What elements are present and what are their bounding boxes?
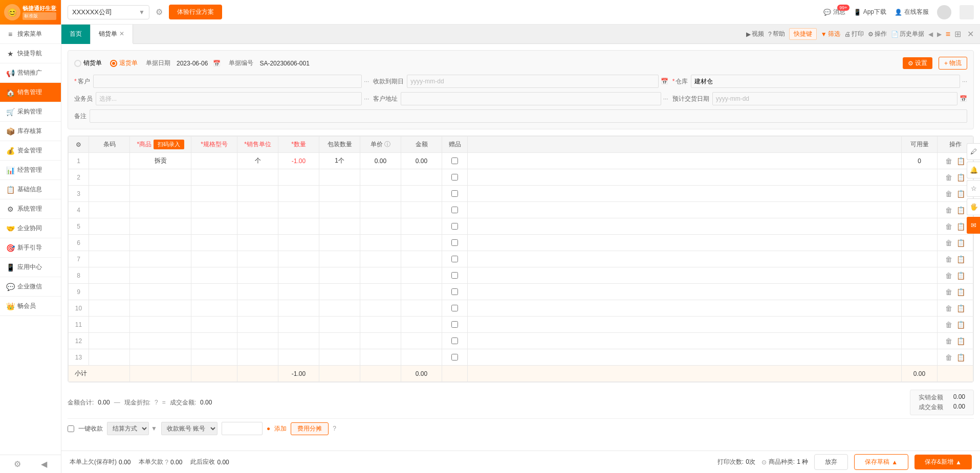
row-unit[interactable] (237, 317, 278, 333)
row-pkgqty[interactable] (319, 267, 360, 284)
row-unit[interactable] (237, 202, 278, 218)
row-barcode[interactable] (89, 267, 130, 284)
online-service-btn[interactable]: 👤 在线客服 (895, 8, 929, 16)
delete-icon[interactable]: 🗑 (945, 206, 952, 214)
row-gift[interactable] (442, 169, 468, 186)
draft-btn[interactable]: 保存草稿 ▲ (854, 454, 908, 470)
row-pkgqty[interactable] (319, 251, 360, 267)
row-barcode[interactable] (89, 218, 130, 235)
row-barcode[interactable] (89, 153, 130, 169)
toolbar-operation[interactable]: ⚙ 操作 (868, 30, 887, 38)
row-amount[interactable] (401, 169, 442, 186)
delete-icon[interactable]: 🗑 (945, 222, 952, 231)
row-amount[interactable] (401, 349, 442, 366)
row-product[interactable] (130, 235, 191, 251)
flow-btn-top[interactable]: + 物流 (939, 57, 967, 70)
delete-icon[interactable]: 🗑 (945, 173, 952, 182)
row-qty[interactable] (278, 317, 319, 333)
th-settings[interactable]: ⚙ (69, 137, 89, 153)
row-product[interactable] (130, 300, 191, 317)
row-product[interactable] (130, 202, 191, 218)
collection-date-calendar-icon[interactable]: 📅 (661, 78, 668, 85)
row-spec[interactable] (191, 202, 237, 218)
copy-icon[interactable]: 📋 (956, 288, 965, 296)
row-qty[interactable] (278, 169, 319, 186)
company-selector[interactable]: XXXXXX公司 ▼ (68, 5, 149, 19)
row-pkgqty[interactable] (319, 349, 360, 366)
delete-icon[interactable]: 🗑 (945, 190, 952, 198)
save-new-btn[interactable]: 保存&新增 ▲ (914, 455, 972, 469)
sidebar-item-quick-nav[interactable]: ★快捷导航 (0, 44, 61, 63)
copy-icon[interactable]: 📋 (956, 173, 965, 182)
row-unit[interactable] (237, 284, 278, 300)
row-price[interactable] (360, 317, 401, 333)
delete-icon[interactable]: 🗑 (945, 255, 952, 263)
row-price[interactable] (360, 218, 401, 235)
row-gift[interactable] (442, 349, 468, 366)
row-spec[interactable] (191, 235, 237, 251)
row-barcode[interactable] (89, 169, 130, 186)
toolbar-shortcut[interactable]: 快捷键 (789, 28, 817, 40)
radio-return-order[interactable]: 退货单 (110, 59, 138, 67)
row-amount[interactable] (401, 186, 442, 202)
row-amount[interactable] (401, 300, 442, 317)
gift-checkbox[interactable] (451, 207, 458, 213)
row-product[interactable] (130, 333, 191, 349)
sidebar-settings-icon[interactable]: ⚙ (14, 459, 21, 469)
salesperson-input[interactable]: 选择... (96, 92, 362, 105)
gift-checkbox[interactable] (451, 288, 458, 295)
copy-icon[interactable]: 📋 (956, 222, 965, 231)
row-pkgqty[interactable] (319, 202, 360, 218)
row-product[interactable] (130, 267, 191, 284)
row-gift[interactable] (442, 251, 468, 267)
gift-checkbox[interactable] (451, 337, 458, 344)
experience-btn[interactable]: 体验行业方案 (169, 5, 222, 19)
copy-icon[interactable]: 📋 (956, 337, 965, 345)
toolbar-video[interactable]: ▶ 视频 (746, 30, 764, 38)
sidebar-item-enterprise[interactable]: 🤝企业协同 (0, 219, 61, 238)
row-product[interactable] (130, 284, 191, 300)
user-avatar[interactable] (937, 5, 951, 19)
user-menu-btn[interactable] (960, 5, 974, 19)
row-unit[interactable] (237, 186, 278, 202)
row-qty[interactable] (278, 235, 319, 251)
sidebar-item-basic-info[interactable]: 📋基础信息 (0, 180, 61, 199)
row-pkgqty[interactable] (319, 317, 360, 333)
row-price[interactable] (360, 169, 401, 186)
row-amount[interactable] (401, 202, 442, 218)
add-label[interactable]: 添加 (274, 424, 287, 433)
row-pkgqty[interactable] (319, 186, 360, 202)
sidebar-item-inventory[interactable]: 📦库存核算 (0, 122, 61, 141)
row-gift[interactable] (442, 300, 468, 317)
row-spec[interactable] (191, 267, 237, 284)
row-price[interactable] (360, 300, 401, 317)
row-price[interactable] (360, 267, 401, 284)
row-product[interactable] (130, 218, 191, 235)
gift-checkbox[interactable] (451, 190, 458, 197)
sidebar-item-capital[interactable]: 💰资金管理 (0, 141, 61, 161)
gift-checkbox[interactable] (451, 239, 458, 246)
row-qty[interactable] (278, 202, 319, 218)
app-download-btn[interactable]: 📱 App下载 (854, 8, 886, 16)
payment-account-select[interactable]: 收款账号 账号 (161, 422, 217, 435)
expense-btn[interactable]: 费用分摊 (291, 422, 329, 435)
row-qty[interactable] (278, 333, 319, 349)
gift-checkbox[interactable] (451, 305, 458, 311)
collection-date-input[interactable]: yyyy-mm-dd (407, 75, 658, 88)
right-panel-btn-1[interactable]: 🖊 (967, 143, 980, 160)
total-due-help[interactable]: ? (165, 459, 168, 466)
row-barcode[interactable] (89, 202, 130, 218)
delete-icon[interactable]: 🗑 (945, 337, 952, 345)
row-qty[interactable] (278, 349, 319, 366)
tab-home[interactable]: 首页 (61, 25, 91, 44)
date-calendar-icon[interactable]: 📅 (213, 60, 221, 67)
toolbar-print[interactable]: 🖨 打印 (844, 30, 864, 38)
discount-help-icon[interactable]: ? (155, 399, 158, 406)
row-amount[interactable] (401, 218, 442, 235)
gift-checkbox[interactable] (451, 256, 458, 262)
row-unit[interactable] (237, 300, 278, 317)
right-panel-btn-3[interactable]: ☆ (967, 180, 980, 197)
expected-date-input[interactable]: yyyy-mm-dd (712, 92, 957, 105)
customer-address-input[interactable] (401, 92, 661, 105)
row-spec[interactable] (191, 153, 237, 169)
